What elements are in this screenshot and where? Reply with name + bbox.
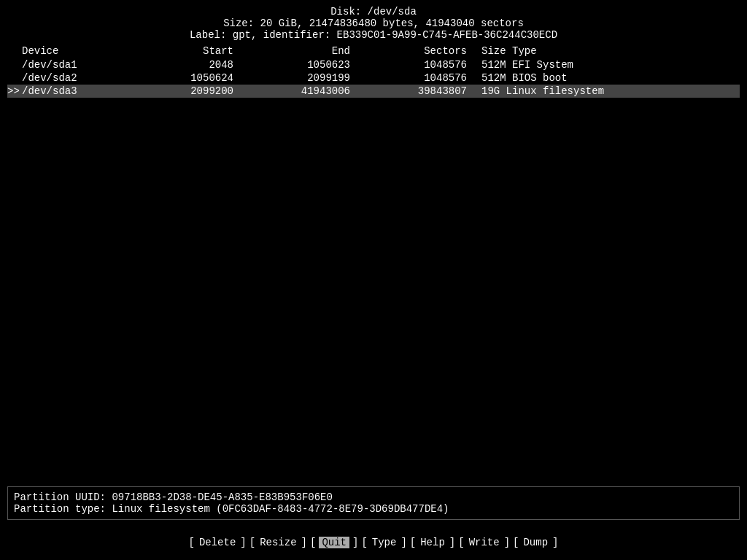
col-header-start: Start	[131, 45, 248, 57]
action-bar: [ Delete ] [ Resize ] [ Quit ] [ Type ] …	[0, 537, 747, 548]
dump-button[interactable]: Dump	[522, 537, 549, 548]
row-start-1: 2048	[131, 59, 248, 71]
type-button[interactable]: Type	[371, 537, 398, 548]
partition-info-box: Partition UUID: 09718BB3-2D38-DE45-A835-…	[7, 486, 740, 520]
type-value: Linux filesystem (0FC63DAF-8483-4772-8E7…	[112, 503, 449, 515]
row-size-type-3: 19G Linux filesystem	[481, 85, 740, 97]
row-start-2: 1050624	[131, 72, 248, 84]
uuid-value: 09718BB3-2D38-DE45-A835-E83B953F06E0	[112, 491, 332, 503]
row-end-1: 1050623	[248, 59, 365, 71]
row-sectors-2: 1048576	[365, 72, 481, 84]
bracket-close-4: ]	[400, 537, 406, 548]
disk-label-line: Label: gpt, identifier: EB339C01-9A99-C7…	[0, 29, 747, 41]
row-indicator-1	[7, 59, 22, 71]
bracket-open-5: [	[410, 537, 416, 548]
uuid-label: Partition UUID:	[14, 491, 106, 503]
bracket-open-2: [	[249, 537, 255, 548]
row-indicator-2	[7, 72, 22, 84]
bracket-open-3: [	[310, 537, 316, 548]
col-header-sectors: Sectors	[365, 45, 481, 57]
bracket-close-7: ]	[552, 537, 558, 548]
bracket-close-2: ]	[301, 537, 307, 548]
bracket-open-4: [	[361, 537, 367, 548]
col-header-size-type: Size Type	[481, 45, 740, 57]
row-sectors-3: 39843807	[365, 85, 481, 97]
disk-header: Disk: /dev/sda Size: 20 GiB, 21474836480…	[0, 0, 747, 44]
bracket-close-3: ]	[352, 537, 358, 548]
row-indicator-3: >>	[7, 85, 22, 97]
row-sectors-1: 1048576	[365, 59, 481, 71]
table-row[interactable]: /dev/sda2 1050624 2099199 1048576 512M B…	[7, 71, 740, 85]
write-button[interactable]: Write	[468, 537, 501, 548]
disk-title: Disk: /dev/sda	[0, 6, 747, 18]
bracket-open-1: [	[189, 537, 195, 548]
row-size-type-2: 512M BIOS boot	[481, 72, 740, 84]
col-header-device: Device	[22, 45, 131, 57]
bracket-open-6: [	[458, 537, 464, 548]
partition-table: Device Start End Sectors Size Type /dev/…	[0, 44, 747, 98]
indicator-col-header	[7, 45, 22, 57]
table-header-row: Device Start End Sectors Size Type	[7, 44, 740, 58]
row-start-3: 2099200	[131, 85, 248, 97]
bracket-close-6: ]	[504, 537, 510, 548]
col-header-end: End	[248, 45, 365, 57]
partition-type-line: Partition type: Linux filesystem (0FC63D…	[14, 503, 733, 515]
help-button[interactable]: Help	[419, 537, 446, 548]
row-size-type-1: 512M EFI System	[481, 59, 740, 71]
row-end-3: 41943006	[248, 85, 365, 97]
bracket-close-1: ]	[240, 537, 246, 548]
bracket-close-5: ]	[449, 537, 455, 548]
table-row[interactable]: /dev/sda1 2048 1050623 1048576 512M EFI …	[7, 58, 740, 71]
type-label: Partition type:	[14, 503, 106, 515]
partition-uuid-line: Partition UUID: 09718BB3-2D38-DE45-A835-…	[14, 491, 733, 503]
row-end-2: 2099199	[248, 72, 365, 84]
resize-button[interactable]: Resize	[258, 537, 298, 548]
disk-size-line: Size: 20 GiB, 21474836480 bytes, 4194304…	[0, 18, 747, 29]
row-device-3: /dev/sda3	[22, 85, 131, 97]
bracket-open-7: [	[513, 537, 519, 548]
row-device-2: /dev/sda2	[22, 72, 131, 84]
quit-button[interactable]: Quit	[319, 537, 349, 548]
terminal: Disk: /dev/sda Size: 20 GiB, 21474836480…	[0, 0, 747, 560]
row-device-1: /dev/sda1	[22, 59, 131, 71]
delete-button[interactable]: Delete	[198, 537, 237, 548]
table-row[interactable]: >> /dev/sda3 2099200 41943006 39843807 1…	[7, 85, 740, 98]
